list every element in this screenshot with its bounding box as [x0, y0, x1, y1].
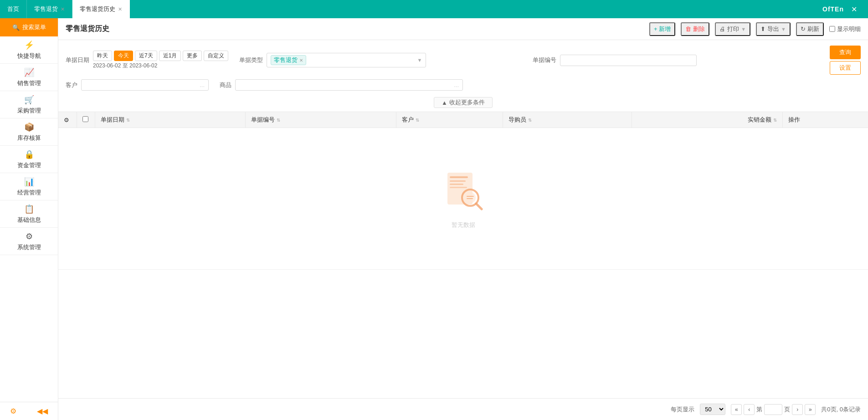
sales-icon: 📈	[24, 67, 34, 77]
th-checkbox	[77, 112, 95, 128]
th-date-sort[interactable]: 单据日期 ⇅	[101, 116, 240, 124]
inventory-icon: 📦	[24, 122, 34, 132]
window-close-button[interactable]: ✕	[847, 3, 861, 15]
th-number-sort[interactable]: 单据编号 ⇅	[251, 116, 390, 124]
toolbar: + 新增 🗑 删除 🖨 打印 ▼ ⬆ 导出 ▼ ↻ 刷新	[649, 22, 861, 36]
svg-rect-2	[450, 180, 466, 182]
tab-retail-return[interactable]: 零售退货 ✕	[27, 0, 72, 18]
date-btn-yesterday[interactable]: 昨天	[93, 51, 112, 61]
type-tag-label: 零售退货	[274, 56, 298, 64]
collapse-icon: ▲	[442, 99, 447, 106]
th-customer-sort[interactable]: 客户 ⇅	[402, 116, 497, 124]
sidebar-search-button[interactable]: 🔍 搜索菜单	[0, 18, 58, 36]
tab-retail-return-history-label: 零售退货历史	[80, 5, 115, 13]
print-dropdown-icon: ▼	[741, 26, 746, 32]
sidebar-item-operation-label: 经营管理	[17, 189, 41, 197]
tab-retail-return-label: 零售退货	[34, 5, 58, 13]
topbar-right: OfTEn ✕	[822, 3, 868, 15]
page-title: 零售退货历史	[66, 24, 649, 34]
display-detail-checkbox-area: 显示明细	[829, 25, 861, 33]
print-button[interactable]: 🖨 打印 ▼	[715, 22, 750, 36]
search-icon: 🔍	[12, 24, 20, 31]
table-header-row: ⚙ 单据日期 ⇅ 单据编号	[58, 112, 868, 128]
sidebar-menu: ⚡ 快捷导航 📈 销售管理 🛒 采购管理 📦 库存核算 🔒 资金管理 📊	[0, 36, 58, 402]
print-icon: 🖨	[719, 26, 725, 32]
export-button[interactable]: ⬆ 导出 ▼	[756, 22, 791, 36]
audio-icon[interactable]: ◀◀	[37, 407, 48, 415]
pagination-bar: 每页显示 50 100 200 « ‹ 第 1 页 › » 共0页, 0条记录	[58, 398, 868, 420]
empty-text: 暂无数据	[452, 221, 475, 229]
display-detail-checkbox[interactable]	[829, 26, 835, 32]
collapse-button[interactable]: ▲ 收起更多条件	[434, 97, 493, 108]
refresh-label: 刷新	[807, 25, 819, 33]
sidebar-item-purchase-mgmt[interactable]: 🛒 采购管理	[0, 91, 58, 118]
date-btn-today[interactable]: 今天	[114, 51, 133, 61]
system-icon: ⚙	[26, 231, 33, 241]
empty-cell: 暂无数据	[58, 128, 868, 270]
tab-retail-return-close[interactable]: ✕	[61, 6, 65, 12]
date-btn-7days[interactable]: 近7天	[135, 51, 157, 61]
type-filter-select[interactable]: 零售退货 ✕ ▼	[267, 53, 426, 67]
refresh-button[interactable]: ↻ 刷新	[796, 22, 824, 36]
page-prev-button[interactable]: ‹	[744, 404, 755, 415]
settings-icon[interactable]: ⚙	[10, 407, 16, 415]
tab-retail-return-history-close[interactable]: ✕	[118, 6, 122, 12]
date-btn-custom[interactable]: 自定义	[204, 51, 228, 61]
pagination-nav: « ‹ 第 1 页 › »	[731, 404, 816, 415]
brand-label: OfTEn	[822, 5, 844, 13]
th-setting[interactable]: ⚙	[58, 112, 77, 128]
th-number[interactable]: 单据编号 ⇅	[246, 112, 396, 128]
sidebar-item-basic-info[interactable]: 📋 基础信息	[0, 200, 58, 228]
page-first-button[interactable]: «	[731, 404, 742, 415]
date-btn-more[interactable]: 更多	[183, 51, 202, 61]
th-date[interactable]: 单据日期 ⇅	[95, 112, 246, 128]
delete-icon: 🗑	[685, 26, 691, 32]
table-area: ⚙ 单据日期 ⇅ 单据编号	[58, 112, 868, 398]
sidebar-item-quick-nav-label: 快捷导航	[17, 52, 41, 60]
date-filter-label: 单据日期	[66, 56, 89, 64]
page-number-input[interactable]: 1	[764, 404, 782, 415]
number-filter-input[interactable]	[560, 55, 697, 66]
svg-rect-4	[450, 187, 467, 188]
sidebar-item-operation[interactable]: 📊 经营管理	[0, 173, 58, 200]
number-sort-icon: ⇅	[277, 118, 280, 123]
collapse-label: 收起更多条件	[449, 98, 485, 107]
sidebar-item-finance[interactable]: 🔒 资金管理	[0, 146, 58, 173]
page-next-button[interactable]: ›	[792, 404, 803, 415]
per-page-select[interactable]: 50 100 200	[700, 404, 725, 415]
select-all-checkbox[interactable]	[82, 116, 88, 122]
sidebar-item-sales-mgmt[interactable]: 📈 销售管理	[0, 64, 58, 91]
sidebar-item-system-label: 系统管理	[17, 243, 41, 251]
sidebar-item-inventory[interactable]: 📦 库存核算	[0, 118, 58, 146]
th-amount-sort[interactable]: 实销金额 ⇅	[637, 116, 777, 124]
th-date-label: 单据日期	[101, 116, 124, 124]
tab-retail-return-history[interactable]: 零售退货历史 ✕	[72, 0, 130, 18]
date-btn-1month[interactable]: 近1月	[159, 51, 181, 61]
empty-row: 暂无数据	[58, 128, 868, 270]
th-amount[interactable]: 实销金额 ⇅	[632, 112, 782, 128]
new-button[interactable]: + 新增	[649, 22, 675, 36]
type-filter-label: 单据类型	[239, 56, 263, 64]
print-label: 打印	[727, 25, 739, 33]
type-tag: 零售退货 ✕	[271, 55, 306, 65]
th-guide-sort[interactable]: 导购员 ⇅	[508, 116, 626, 124]
quick-nav-icon: ⚡	[24, 40, 34, 50]
delete-label: 删除	[693, 25, 705, 33]
filter-date-item: 单据日期 昨天 今天 近7天 近1月 更多 自定义 2023-06-02 至 2…	[66, 51, 228, 70]
th-customer[interactable]: 客户 ⇅	[396, 112, 503, 128]
main-layout: 🔍 搜索菜单 ⚡ 快捷导航 📈 销售管理 🛒 采购管理 📦 库存核算 🔒	[0, 18, 868, 420]
goods-filter-input[interactable]: ...	[235, 79, 463, 91]
export-label: 导出	[767, 25, 779, 33]
amount-sort-icon: ⇅	[773, 118, 777, 123]
tab-home[interactable]: 首页	[0, 0, 27, 18]
customer-filter-input[interactable]: ...	[81, 79, 209, 91]
th-guide[interactable]: 导购员 ⇅	[503, 112, 632, 128]
page-last-button[interactable]: »	[805, 404, 816, 415]
type-tag-close[interactable]: ✕	[299, 58, 303, 63]
sidebar-item-quick-nav[interactable]: ⚡ 快捷导航	[0, 36, 58, 64]
setting-button[interactable]: 设置	[830, 61, 861, 75]
delete-button[interactable]: 🗑 删除	[681, 22, 709, 36]
column-setting-icon[interactable]: ⚙	[64, 117, 69, 123]
query-button[interactable]: 查询	[830, 46, 861, 59]
sidebar-item-system-mgmt[interactable]: ⚙ 系统管理	[0, 228, 58, 255]
